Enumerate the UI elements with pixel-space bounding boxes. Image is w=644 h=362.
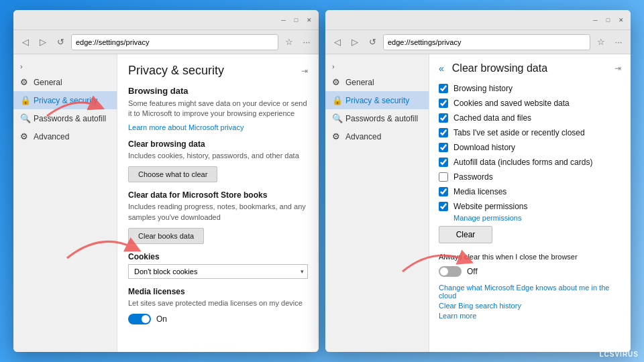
right-general-icon: ⚙	[332, 77, 341, 87]
sidebar-item-advanced[interactable]: ⚙ Advanced	[13, 127, 117, 145]
bing-history-link[interactable]: Clear Bing search history	[439, 302, 621, 310]
learn-more-link[interactable]: Learn more	[439, 312, 621, 320]
cookies-title: Cookies	[128, 252, 308, 261]
browsing-data-desc: Some features might save data on your de…	[128, 99, 308, 119]
right-passwords-icon: 🔍	[332, 113, 341, 123]
right-forward-icon[interactable]: ▷	[348, 36, 362, 49]
checkbox-download-history[interactable]: Download history	[439, 140, 621, 155]
sidebar-item-privacy[interactable]: 🔒 Privacy & security	[13, 91, 117, 109]
back-arrow-icon[interactable]: «	[439, 63, 444, 74]
right-privacy-icon: 🔒	[332, 95, 341, 105]
checkbox-label: Media licenses	[453, 187, 506, 196]
store-books-desc: Includes reading progress, notes, bookma…	[128, 202, 308, 223]
advanced-icon: ⚙	[20, 131, 30, 141]
sidebar-item-label: Privacy & security	[34, 96, 97, 105]
left-browser-body: › ⚙ General 🔒 Privacy & security 🔍 Passw…	[13, 54, 319, 352]
media-licenses-desc: Let sites save protected media licenses …	[128, 298, 308, 308]
sidebar-collapse[interactable]: ›	[13, 60, 117, 73]
clear-button[interactable]: Clear	[439, 226, 492, 243]
sidebar-item-label: Advanced	[34, 132, 69, 141]
sidebar-item-passwords[interactable]: 🔍 Passwords & autofill	[13, 109, 117, 127]
right-sidebar-advanced[interactable]: ⚙ Advanced	[325, 127, 429, 145]
bottom-links: Change what Microsoft Edge knows about m…	[439, 284, 621, 320]
checkboxes-list: Browsing history Cookies and saved websi…	[439, 81, 621, 322]
sidebar-item-label: Passwords & autofill	[345, 114, 418, 123]
right-address-bar[interactable]	[383, 34, 590, 50]
always-clear-toggle[interactable]	[439, 266, 462, 277]
checkbox-tabs-aside[interactable]: Tabs I've set aside or recently closed	[439, 125, 621, 140]
right-close-btn[interactable]: ✕	[616, 15, 625, 24]
right-toolbar: ◁ ▷ ↺ ☆ ···	[325, 30, 631, 54]
cookies-section: Cookies Don't block cookies Block only t…	[128, 252, 308, 279]
privacy-icon: 🔒	[20, 95, 30, 105]
sidebar-item-label: Advanced	[345, 132, 381, 141]
checkbox-autofill[interactable]: Autofill data (includes forms and cards)	[439, 155, 621, 170]
right-sidebar-privacy[interactable]: 🔒 Privacy & security	[325, 91, 429, 109]
checkbox-label: Download history	[453, 143, 515, 152]
right-browser-window: ─ □ ✕ ◁ ▷ ↺ ☆ ··· › ⚙ General 🔒 Privacy …	[325, 10, 631, 352]
right-sidebar: › ⚙ General 🔒 Privacy & security 🔍 Passw…	[325, 54, 429, 352]
choose-what-to-clear-button[interactable]: Choose what to clear	[128, 166, 217, 182]
right-browser-body: › ⚙ General 🔒 Privacy & security 🔍 Passw…	[325, 54, 631, 352]
left-page-title: Privacy & security ⇥	[128, 64, 308, 78]
menu-icon[interactable]: ···	[300, 36, 313, 49]
left-content-area: Privacy & security ⇥ Browsing data Some …	[117, 54, 319, 352]
sidebar-item-general[interactable]: ⚙ General	[13, 73, 117, 91]
sidebar-item-label: Privacy & security	[345, 96, 409, 105]
right-refresh-icon[interactable]: ↺	[366, 36, 379, 49]
cookies-select-wrapper[interactable]: Don't block cookies Block only third-par…	[128, 264, 308, 279]
media-toggle-row: On	[128, 314, 308, 324]
maximize-btn[interactable]: □	[292, 15, 301, 24]
checkbox-label: Website permissions	[453, 202, 527, 211]
checkbox-media-licenses[interactable]: Media licenses	[439, 184, 621, 199]
always-clear-label: Always clear this when I close the brows…	[439, 253, 621, 261]
right-pin-icon: ⇥	[614, 64, 621, 73]
checkbox-label: Tabs I've set aside or recently closed	[453, 128, 585, 137]
checkbox-label: Cached data and files	[453, 113, 531, 123]
address-bar[interactable]	[71, 34, 278, 50]
watermark: LCSVIRUS	[599, 351, 639, 358]
checkbox-passwords[interactable]: Passwords	[439, 170, 621, 184]
media-toggle[interactable]	[128, 314, 151, 324]
right-sidebar-collapse[interactable]: ›	[325, 60, 429, 73]
right-advanced-icon: ⚙	[332, 131, 341, 141]
left-toolbar: ◁ ▷ ↺ ☆ ···	[13, 30, 319, 54]
always-clear-toggle-row: Off	[439, 266, 621, 277]
always-clear-toggle-label: Off	[467, 267, 478, 276]
left-title-bar: ─ □ ✕	[13, 10, 319, 30]
checkbox-label: Passwords	[453, 172, 493, 182]
right-sidebar-passwords[interactable]: 🔍 Passwords & autofill	[325, 109, 429, 127]
checkbox-cached[interactable]: Cached data and files	[439, 111, 621, 125]
right-content-area: « Clear browsing data ⇥ Browsing history…	[429, 54, 631, 352]
left-browser-window: ─ □ ✕ ◁ ▷ ↺ ☆ ··· › ⚙ General 🔒 Privacy …	[13, 10, 319, 352]
right-back-icon[interactable]: ◁	[331, 36, 344, 49]
left-sidebar: › ⚙ General 🔒 Privacy & security 🔍 Passw…	[13, 54, 117, 352]
right-maximize-btn[interactable]: □	[604, 15, 612, 24]
right-minimize-btn[interactable]: ─	[591, 15, 600, 24]
checkbox-browsing-history[interactable]: Browsing history	[439, 81, 621, 96]
sidebar-item-label: General	[34, 78, 62, 87]
clear-browsing-desc: Includes cookies, history, passwords, an…	[128, 151, 308, 161]
learn-more-link[interactable]: Learn more about Microsoft privacy	[128, 123, 308, 131]
sidebar-item-label: Passwords & autofill	[34, 114, 106, 123]
right-sidebar-general[interactable]: ⚙ General	[325, 73, 429, 91]
back-icon[interactable]: ◁	[19, 36, 32, 49]
bookmark-icon[interactable]: ☆	[282, 36, 296, 49]
checkbox-website-permissions[interactable]: Website permissions	[439, 199, 621, 214]
checkbox-cookies[interactable]: Cookies and saved website data	[439, 96, 621, 111]
edge-cloud-link[interactable]: Change what Microsoft Edge knows about m…	[439, 284, 621, 300]
general-icon: ⚙	[20, 77, 30, 87]
close-btn[interactable]: ✕	[305, 15, 313, 24]
clear-books-button[interactable]: Clear books data	[128, 228, 204, 244]
store-books-title: Clear data for Microsoft Store books	[128, 190, 308, 200]
right-menu-icon[interactable]: ···	[612, 36, 625, 49]
manage-permissions-link[interactable]: Manage permissions	[439, 214, 621, 222]
media-licenses-title: Media licenses	[128, 287, 308, 296]
right-bookmark-icon[interactable]: ☆	[594, 36, 608, 49]
minimize-btn[interactable]: ─	[279, 15, 288, 24]
clear-browsing-title: Clear browsing data	[128, 139, 308, 149]
forward-icon[interactable]: ▷	[36, 36, 50, 49]
checkbox-label: Cookies and saved website data	[453, 99, 570, 108]
refresh-icon[interactable]: ↺	[54, 36, 67, 49]
cookies-select[interactable]: Don't block cookies Block only third-par…	[128, 264, 308, 279]
